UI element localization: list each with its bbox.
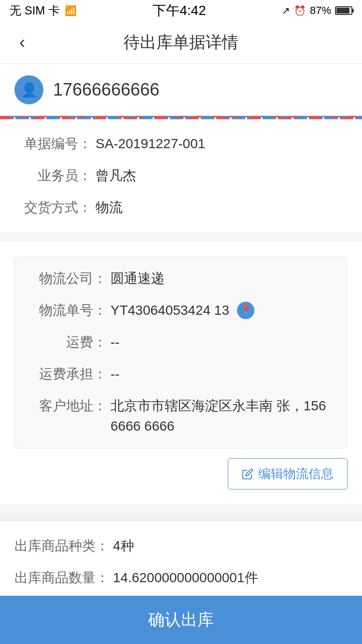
back-button[interactable]: ‹ [14, 28, 30, 57]
edit-logistics-button[interactable]: 编辑物流信息 [228, 458, 348, 490]
logistics-box: 物流公司： 圆通速递 物流单号： YT43064053424 13 📍 运费： … [14, 256, 348, 448]
order-info-section: 单据编号： SA-20191227-001 业务员： 曾凡杰 交货方式： 物流 [0, 119, 362, 232]
location-pin-icon: 📍 [240, 303, 252, 318]
edit-icon [242, 468, 253, 480]
order-no-value: SA-20191227-001 [92, 134, 348, 154]
logistics-section: 物流公司： 圆通速递 物流单号： YT43064053424 13 📍 运费： … [0, 242, 362, 504]
edit-logistics-label: 编辑物流信息 [258, 465, 334, 482]
salesperson-row: 业务员： 曾凡杰 [14, 166, 348, 186]
freight-bearer-row: 运费承担： -- [29, 364, 333, 384]
address-row: 客户地址： 北京市市辖区海淀区永丰南 张，156 6666 6666 [29, 396, 333, 436]
confirm-button[interactable]: 确认出库 [0, 596, 362, 644]
freight-label: 运费： [29, 332, 107, 352]
freight-value: -- [107, 332, 333, 352]
freight-bearer-value: -- [107, 364, 333, 384]
page-title: 待出库单据详情 [124, 31, 238, 54]
logistics-company-value: 圆通速递 [107, 268, 333, 289]
tracking-no-value: YT43064053424 13 📍 [107, 300, 333, 321]
order-no-row: 单据编号： SA-20191227-001 [14, 134, 348, 154]
edit-btn-row: 编辑物流信息 [14, 458, 348, 490]
battery-icon [335, 6, 352, 15]
product-type-value: 4种 [109, 536, 348, 556]
status-left: 无 SIM 卡 📶 [10, 3, 77, 18]
address-label: 客户地址： [29, 396, 107, 416]
location-icon[interactable]: 📍 [237, 302, 254, 319]
confirm-button-label: 确认出库 [148, 609, 214, 631]
avatar: 👤 [14, 75, 43, 104]
alarm-icon: ⏰ [294, 5, 306, 16]
customer-phone: 17666666666 [53, 80, 159, 100]
product-quantity-value: 14.620000000000001件 [109, 568, 348, 588]
salesperson-label: 业务员： [14, 166, 92, 186]
order-no-label: 单据编号： [14, 134, 92, 154]
product-type-label: 出库商品种类： [14, 536, 109, 556]
status-right: ↗ ⏰ 87% [282, 4, 352, 17]
freight-row: 运费： -- [29, 332, 333, 352]
customer-header: 👤 17666666666 [0, 64, 362, 117]
section-divider [0, 514, 362, 521]
product-quantity-row: 出库商品数量： 14.620000000000001件 [14, 568, 348, 588]
tracking-no-text: YT43064053424 13 [111, 300, 229, 321]
address-value: 北京市市辖区海淀区永丰南 张，156 6666 6666 [107, 396, 333, 436]
salesperson-value: 曾凡杰 [92, 166, 348, 186]
delivery-method-label: 交货方式： [14, 197, 92, 218]
delivery-method-row: 交货方式： 物流 [14, 197, 348, 218]
tracking-no-label: 物流单号： [29, 300, 107, 321]
gps-icon: ↗ [282, 5, 290, 16]
tracking-no-row: 物流单号： YT43064053424 13 📍 [29, 300, 333, 321]
carrier-label: 无 SIM 卡 [10, 3, 60, 18]
delivery-method-value: 物流 [92, 197, 348, 218]
logistics-company-label: 物流公司： [29, 268, 107, 289]
product-type-row: 出库商品种类： 4种 [14, 536, 348, 556]
wifi-icon: 📶 [65, 5, 77, 16]
status-bar: 无 SIM 卡 📶 下午4:42 ↗ ⏰ 87% [0, 0, 362, 21]
nav-bar: ‹ 待出库单据详情 [0, 21, 362, 64]
avatar-icon: 👤 [21, 82, 38, 98]
product-quantity-label: 出库商品数量： [14, 568, 109, 588]
logistics-company-row: 物流公司： 圆通速递 [29, 268, 333, 289]
freight-bearer-label: 运费承担： [29, 364, 107, 384]
status-time: 下午4:42 [153, 1, 206, 20]
battery-percent: 87% [310, 4, 331, 17]
